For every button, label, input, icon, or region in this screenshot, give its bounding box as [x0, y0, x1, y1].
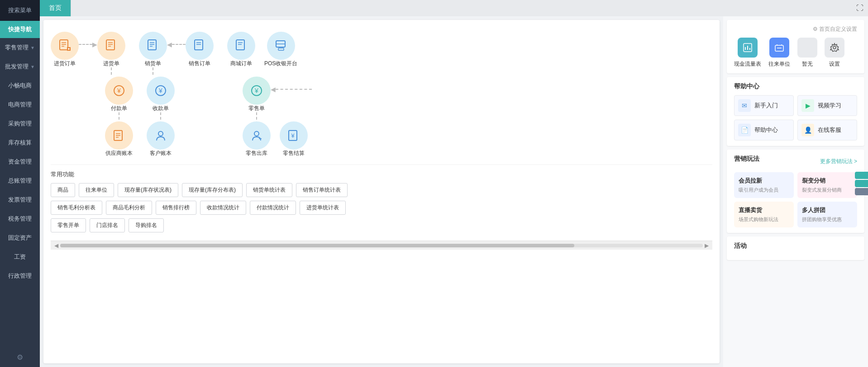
shortcut-settings[interactable]: 设置: [825, 38, 844, 68]
func-btn-sales-stat[interactable]: 销货单统计表: [246, 183, 292, 197]
marketing-group[interactable]: 多人拼团 拼团购物享受优惠: [797, 202, 857, 227]
func-btn-receipt-stat[interactable]: 收款情况统计: [200, 201, 246, 215]
scroll-right-arrow[interactable]: ▶: [703, 242, 711, 249]
func-btn-sales-rank[interactable]: 销售排行榜: [156, 201, 196, 215]
float-buttons: 客服热线 服务社区 桌面快捷: [855, 172, 868, 195]
node-purchase[interactable]: 进货单: [97, 32, 125, 75]
sidebar-item-ledger[interactable]: 总账管理: [0, 171, 40, 190]
marketing-fission[interactable]: 裂变分销 裂变式发展分销商: [797, 172, 857, 198]
svg-point-32: [254, 131, 259, 136]
tab-bar: 首页 ⛶: [40, 0, 868, 16]
arrow-1: ▶: [79, 41, 97, 48]
sidebar-item-finance[interactable]: 资金管理: [0, 152, 40, 171]
member-title: 会员拉新: [739, 177, 789, 185]
units-label: 往来单位: [768, 60, 790, 68]
func-btn-product[interactable]: 商品: [51, 183, 75, 197]
shortcut-icons: 现金流量表 往来单位 暂无: [734, 38, 857, 68]
sidebar-search[interactable]: 搜索菜单: [0, 0, 40, 21]
float-btn-community[interactable]: 服务社区: [855, 180, 868, 187]
func-btn-guide-rank[interactable]: 导购排名: [129, 218, 164, 232]
func-buttons-row3: 零售开单 门店排名 导购排名: [51, 218, 712, 232]
beginner-label: 新手入门: [754, 101, 778, 110]
node-purchase-order[interactable]: 进货订单: [51, 32, 79, 68]
node-retail-receipt[interactable]: ¥ 零售单: [243, 77, 271, 120]
scroll-left-arrow[interactable]: ◀: [52, 242, 60, 249]
shortcut-empty[interactable]: 暂无: [797, 38, 817, 68]
sidebar-item-tax[interactable]: 税务管理: [0, 209, 40, 228]
sidebar-item-purchase[interactable]: 采购管理: [0, 114, 40, 133]
sidebar-item-invoice[interactable]: 发票管理: [0, 190, 40, 209]
sidebar-item-payroll[interactable]: 工资: [0, 247, 40, 266]
func-btn-sales-margin[interactable]: 销售毛利分析表: [51, 201, 102, 215]
marketing-header: 营销玩法 更多营销玩法 >: [734, 155, 857, 168]
func-btn-product-margin[interactable]: 商品毛利分析: [106, 201, 152, 215]
sidebar-item-wholesale[interactable]: 批发管理▼: [0, 57, 40, 76]
node-retail-settlement[interactable]: ¥ 零售结算: [280, 121, 308, 157]
cashflow-icon-box: [738, 38, 758, 58]
beginner-icon: ✉: [738, 99, 751, 112]
sidebar-item-ecommerce-small[interactable]: 小畅电商: [0, 76, 40, 95]
svg-rect-8: [148, 40, 156, 50]
sidebar-item-ecommerce[interactable]: 电商管理: [0, 95, 40, 114]
scroll-thumb: [60, 244, 574, 247]
flowchart: 进货订单 ▶ 进货单: [51, 27, 712, 241]
node-payment[interactable]: ¥ 付款单: [105, 77, 133, 120]
node-customer-ledger[interactable]: 客户账本: [147, 121, 175, 157]
help-video[interactable]: ▶ 视频学习: [797, 95, 857, 116]
node-mall-order[interactable]: 商城订单: [227, 32, 255, 68]
svg-rect-0: [60, 40, 68, 50]
func-btn-order-stat[interactable]: 销售订单统计表: [296, 183, 348, 197]
func-btn-payment-stat[interactable]: 付款情况统计: [250, 201, 296, 215]
marketing-more-link[interactable]: 更多营销玩法 >: [820, 158, 857, 165]
tab-home[interactable]: 首页: [40, 0, 71, 16]
scroll-track[interactable]: [60, 244, 703, 247]
empty-icon-box: [797, 38, 817, 58]
node-sales-order[interactable]: 销售订单: [186, 32, 214, 68]
group-title: 多人拼团: [802, 206, 853, 214]
marketing-title: 营销玩法: [734, 155, 759, 163]
help-beginner[interactable]: ✉ 新手入门: [734, 95, 794, 116]
svg-rect-15: [236, 40, 244, 50]
node-sales[interactable]: 销货单: [139, 32, 167, 75]
node-pos[interactable]: POS收银开台: [264, 32, 297, 68]
sidebar-item-retail[interactable]: 零售管理▼: [0, 38, 40, 57]
float-btn-service[interactable]: 客服热线: [855, 172, 868, 179]
marketing-live[interactable]: 直播卖货 场景式购物新玩法: [734, 202, 794, 227]
shortcut-cashflow[interactable]: 现金流量表: [734, 38, 761, 68]
sidebar-nav-header[interactable]: 快捷导航: [0, 21, 40, 38]
activity-section: 活动: [727, 237, 864, 260]
svg-text:¥: ¥: [254, 87, 258, 94]
docs-icon: 📄: [738, 124, 751, 136]
sidebar-item-assets[interactable]: 固定资产: [0, 228, 40, 247]
cashflow-label: 现金流量表: [734, 60, 761, 68]
sidebar-settings-icon[interactable]: ⚙: [0, 348, 40, 367]
arrow-left-1: ◀: [167, 41, 186, 48]
shortcut-units[interactable]: 往来单位: [768, 38, 790, 68]
func-btn-stock1[interactable]: 现存量(库存状况表): [118, 183, 178, 197]
expand-button[interactable]: ⛶: [852, 0, 868, 16]
func-btn-purchase-stat[interactable]: 进货单统计表: [300, 201, 346, 215]
fission-sub: 裂变式发展分销商: [802, 187, 853, 193]
node-retail-out[interactable]: 零售出库: [243, 121, 271, 157]
func-btn-unit[interactable]: 往来单位: [79, 183, 114, 197]
docs-label: 帮助中心: [754, 126, 778, 134]
node-supplier-ledger[interactable]: 供应商账本: [105, 121, 133, 157]
func-btn-store-rank[interactable]: 门店排名: [90, 218, 125, 232]
marketing-member[interactable]: 会员拉新 吸引用户成为会员: [734, 172, 794, 198]
float-btn-desktop[interactable]: 桌面快捷: [855, 188, 868, 195]
common-title: 常用功能: [51, 170, 712, 179]
activity-title: 活动: [734, 242, 857, 250]
empty-label: 暂无: [802, 60, 813, 68]
help-title: 帮助中心: [734, 82, 857, 91]
help-service[interactable]: 👤 在线客服: [797, 120, 857, 140]
svg-rect-12: [195, 40, 203, 50]
svg-point-31: [158, 131, 163, 136]
sidebar-item-inventory[interactable]: 库存核算: [0, 133, 40, 152]
help-docs[interactable]: 📄 帮助中心: [734, 120, 794, 140]
sidebar-item-admin[interactable]: 行政管理: [0, 266, 40, 285]
customize-link[interactable]: 首页自定义设置: [813, 25, 857, 33]
func-btn-stock2[interactable]: 现存量(库存分布表): [182, 183, 243, 197]
node-receipt[interactable]: ¥ 收款单: [147, 77, 175, 120]
marketing-grid: 会员拉新 吸引用户成为会员 裂变分销 裂变式发展分销商 直播卖货 场景式购物新玩…: [734, 172, 857, 227]
func-btn-retail-order[interactable]: 零售开单: [51, 218, 86, 232]
